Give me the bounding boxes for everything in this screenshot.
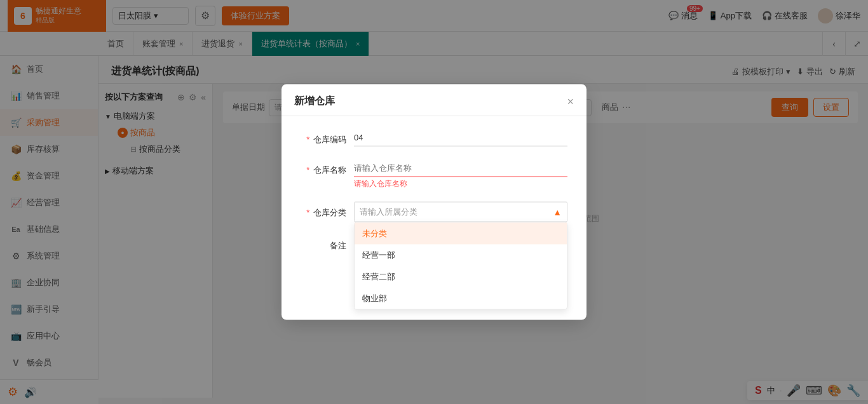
name-required-star: *: [306, 165, 309, 175]
code-input[interactable]: [354, 129, 567, 147]
category-label: * 仓库分类: [301, 202, 346, 219]
category-row: * 仓库分类 请输入所属分类 ▲ 未分类 经营一部 经营二部 物业部: [301, 202, 567, 222]
code-required-star: *: [306, 135, 309, 144]
category-dropdown[interactable]: 请输入所属分类 ▲: [354, 202, 567, 222]
name-row: * 仓库名称 请输入仓库名称: [301, 159, 567, 189]
new-warehouse-modal: 新增仓库 × * 仓库编码 * 仓库名称 请输入仓库名称: [281, 84, 587, 320]
code-label: * 仓库编码: [301, 129, 346, 145]
category-label-text: 仓库分类: [313, 208, 346, 217]
category-field: 请输入所属分类 ▲ 未分类 经营一部 经营二部 物业部: [354, 202, 567, 222]
option-uncategorized[interactable]: 未分类: [355, 223, 567, 245]
modal-header: 新增仓库 ×: [281, 84, 587, 116]
code-field: [354, 129, 567, 147]
name-label-text: 仓库名称: [313, 165, 346, 175]
option-dept1[interactable]: 经营一部: [355, 245, 567, 266]
name-field: 请输入仓库名称: [354, 159, 567, 189]
dropdown-arrow-up-icon: ▲: [553, 207, 562, 217]
modal-close-button[interactable]: ×: [567, 95, 574, 107]
code-row: * 仓库编码: [301, 129, 567, 147]
category-required-star: *: [306, 208, 309, 217]
category-placeholder: 请输入所属分类: [360, 206, 417, 218]
code-label-text: 仓库编码: [313, 135, 346, 144]
name-input[interactable]: [354, 159, 567, 177]
name-label: * 仓库名称: [301, 159, 346, 176]
remark-label: 备注: [301, 235, 346, 252]
modal-title: 新增仓库: [294, 95, 335, 108]
category-dropdown-list: 未分类 经营一部 经营二部 物业部: [354, 222, 567, 310]
name-error-message: 请输入仓库名称: [354, 178, 567, 189]
modal-body: * 仓库编码 * 仓库名称 请输入仓库名称 * 仓库分类: [281, 116, 587, 278]
option-dept2[interactable]: 经营二部: [355, 266, 567, 288]
option-property[interactable]: 物业部: [355, 288, 567, 309]
